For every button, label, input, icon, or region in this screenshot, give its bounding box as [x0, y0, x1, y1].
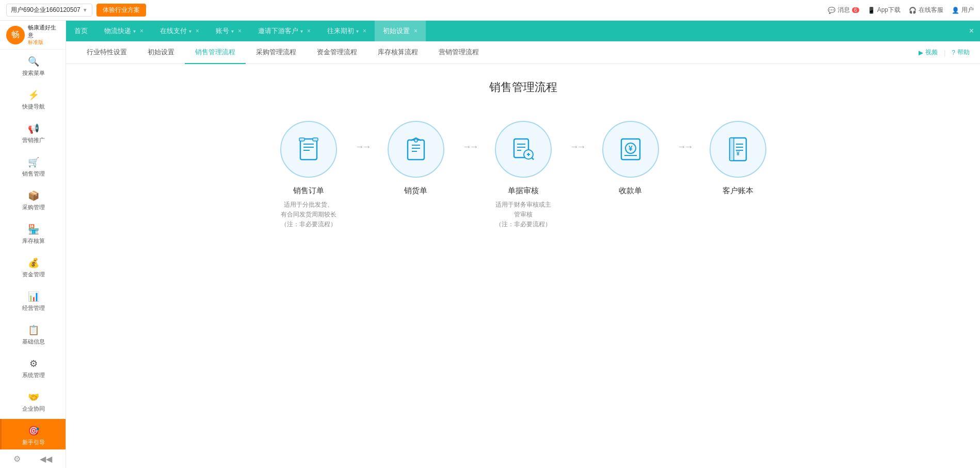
purchase-icon: 📦	[28, 190, 39, 201]
sidebar-item-system[interactable]: ⚙ 系统管理	[0, 352, 66, 385]
sidebar-label-finance: 资金管理	[22, 271, 45, 278]
tab-period[interactable]: 往来期初 ▾ ×	[319, 21, 375, 41]
tab-payment[interactable]: 在线支付 ▾ ×	[152, 21, 207, 41]
main-layout: 畅 畅康通好生意 标准版 🔍 搜索菜单 ⚡ 快捷导航 📢 营销推广 🛒 销售管理…	[0, 21, 980, 468]
sub-tab-finance-flow[interactable]: 资金管理流程	[307, 41, 367, 64]
video-link[interactable]: ▶ 视频	[919, 48, 938, 57]
sub-tab-inventory-flow[interactable]: 库存核算流程	[367, 41, 428, 64]
tab-logistics[interactable]: 物流快递 ▾ ×	[96, 21, 152, 41]
video-icon: ▶	[919, 49, 923, 56]
user-profile-item[interactable]: 👤 用户	[952, 6, 974, 14]
message-badge: 6	[852, 7, 859, 13]
close-icon[interactable]: ×	[414, 27, 417, 35]
trial-button[interactable]: 体验行业方案	[97, 4, 146, 17]
svg-rect-4	[299, 138, 304, 141]
page-title: 销售管理流程	[87, 80, 959, 95]
tab-home[interactable]: 首页	[66, 21, 96, 41]
sidebar-item-purchase[interactable]: 📦 采购管理	[0, 184, 66, 217]
user-selector[interactable]: 用户690企业1660120507 ▼	[6, 4, 92, 17]
review-icon	[510, 136, 537, 163]
online-service-item[interactable]: 🎧 在线客服	[909, 6, 943, 14]
close-icon[interactable]: ×	[363, 27, 366, 35]
tab-invite-label: 邀请下游客户	[258, 26, 298, 36]
sub-tabs-left: 行业特性设置 初始设置 销售管理流程 采购管理流程 资金管理流程	[76, 41, 489, 64]
collab-icon: 🤝	[28, 392, 39, 403]
flow-arrow-4: →→	[677, 121, 692, 152]
tab-init-label: 初始设置	[383, 26, 410, 36]
headset-icon: 🎧	[909, 7, 917, 14]
logo-text-block: 畅康通好生意 标准版	[28, 24, 59, 46]
nav-close-button[interactable]: ×	[963, 26, 980, 36]
settings-icon[interactable]: ⚙	[13, 454, 21, 464]
tab-account[interactable]: 账号 ▾ ×	[207, 21, 250, 41]
base-icon: 📋	[28, 324, 39, 336]
nav-tabs: 首页 物流快递 ▾ × 在线支付 ▾ × 账号 ▾ × 邀请下游客户 ▾ ×	[66, 21, 980, 41]
sidebar-label-search: 搜索菜单	[22, 69, 45, 77]
sub-tab-marketing-flow[interactable]: 营销管理流程	[428, 41, 489, 64]
dropdown-icon: ▾	[300, 28, 303, 34]
sidebar-label-system: 系统管理	[22, 371, 45, 379]
step-name-delivery: 销货单	[404, 186, 427, 196]
inventory-icon: 🏪	[28, 224, 39, 235]
user-name-label: 用户	[961, 6, 974, 14]
sidebar-item-finance[interactable]: 💰 资金管理	[0, 251, 66, 285]
close-icon[interactable]: ×	[196, 27, 199, 35]
flow-diagram: 销售订单 适用于分批发货、有合同发货周期较长（注：非必要流程） →→	[87, 121, 959, 230]
operation-icon: 📊	[28, 291, 39, 302]
sidebar-item-collab[interactable]: 🤝 企业协同	[0, 385, 66, 419]
delivery-icon	[403, 136, 429, 163]
sidebar-item-marketing[interactable]: 📢 营销推广	[0, 117, 66, 150]
sidebar-item-base[interactable]: 📋 基础信息	[0, 318, 66, 352]
flow-arrow-2: →→	[462, 121, 477, 152]
dropdown-icon: ▾	[231, 28, 234, 34]
sidebar-label-sales: 销售管理	[22, 170, 45, 178]
sub-tab-init[interactable]: 初始设置	[137, 41, 185, 64]
marketing-icon: 📢	[28, 123, 39, 134]
sidebar-label-collab: 企业协同	[22, 405, 45, 413]
sales-icon: 🛒	[28, 157, 39, 168]
flow-arrow-1: →→	[355, 121, 369, 152]
app-download-item[interactable]: 📱 App下载	[867, 6, 901, 14]
flow-step-delivery: 销货单	[369, 121, 462, 200]
sidebar-items: 🔍 搜索菜单 ⚡ 快捷导航 📢 营销推广 🛒 销售管理 📦 采购管理 🏪 库存核…	[0, 50, 66, 449]
tab-period-label: 往来期初	[327, 26, 354, 36]
sidebar-label-operation: 经营管理	[22, 304, 45, 312]
svg-line-18	[532, 158, 534, 160]
sidebar-item-guide[interactable]: 🎯 新手引导	[0, 419, 66, 449]
close-icon[interactable]: ×	[307, 27, 311, 35]
tab-init[interactable]: 初始设置 ×	[375, 21, 426, 41]
help-link[interactable]: ? 帮助	[952, 48, 970, 57]
logo-char: 畅	[11, 29, 20, 40]
flow-circle-sales-order	[280, 121, 337, 178]
message-item[interactable]: 💬 消息 6	[828, 6, 859, 14]
message-label: 消息	[838, 6, 850, 14]
sidebar-label-quick: 快捷导航	[22, 103, 45, 111]
close-icon[interactable]: ×	[238, 27, 242, 35]
close-icon[interactable]: ×	[140, 27, 143, 35]
tab-payment-label: 在线支付	[160, 26, 187, 36]
sidebar-label-purchase: 采购管理	[22, 204, 45, 211]
sub-tab-purchase-flow[interactable]: 采购管理流程	[246, 41, 307, 64]
sidebar-item-inventory[interactable]: 🏪 库存核算	[0, 217, 66, 251]
sidebar-item-operation[interactable]: 📊 经营管理	[0, 285, 66, 318]
app-download-label: App下载	[877, 6, 901, 14]
tab-account-label: 账号	[216, 26, 229, 36]
top-bar-left: 用户690企业1660120507 ▼ 体验行业方案	[6, 4, 146, 17]
step-name-review: 单据审核	[508, 186, 539, 196]
sidebar-item-sales[interactable]: 🛒 销售管理	[0, 150, 66, 184]
sub-tab-industry[interactable]: 行业特性设置	[76, 41, 137, 64]
sidebar-item-quick[interactable]: ⚡ 快捷导航	[0, 83, 66, 117]
sub-tab-sales-flow[interactable]: 销售管理流程	[185, 41, 246, 64]
flow-step-account-book: ¥ 客户账本	[692, 121, 784, 200]
collapse-icon[interactable]: ◀◀	[40, 454, 52, 464]
sub-tab-marketing-flow-label: 营销管理流程	[439, 48, 479, 57]
top-bar: 用户690企业1660120507 ▼ 体验行业方案 💬 消息 6 📱 App下…	[0, 0, 980, 21]
content-area: 首页 物流快递 ▾ × 在线支付 ▾ × 账号 ▾ × 邀请下游客户 ▾ ×	[66, 21, 980, 468]
receipt-icon: ¥	[617, 136, 644, 163]
flow-section: 销售管理流程	[66, 64, 980, 245]
sidebar-item-search[interactable]: 🔍 搜索菜单	[0, 50, 66, 83]
tab-invite[interactable]: 邀请下游客户 ▾ ×	[250, 21, 319, 41]
dropdown-icon: ▾	[189, 28, 191, 34]
dropdown-icon: ▾	[356, 28, 359, 34]
step-desc-review: 适用于财务审核或主管审核（注：非必要流程）	[495, 200, 551, 230]
